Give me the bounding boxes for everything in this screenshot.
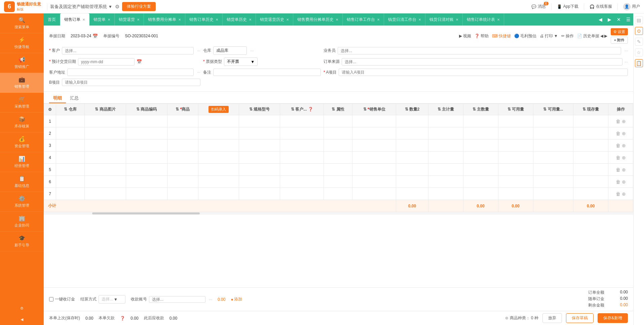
tab-close-sales-fee-split[interactable]: ✕: [178, 18, 181, 22]
receipt-account-input[interactable]: [149, 296, 205, 303]
cell-4-8[interactable]: [352, 152, 396, 164]
cell-3-0[interactable]: [56, 139, 85, 152]
attach-btn[interactable]: + 附件: [611, 37, 628, 44]
right-tool-4[interactable]: ☆: [635, 48, 643, 56]
cell-2-3[interactable]: [167, 127, 198, 139]
print-btn[interactable]: 🖨 打印 ▼: [540, 33, 558, 39]
order-source-dots[interactable]: ···: [624, 59, 628, 64]
cell-5-0[interactable]: [56, 164, 85, 176]
cell-2-7[interactable]: [324, 127, 352, 139]
right-tool-1[interactable]: ▤: [635, 16, 643, 24]
scroll-bar[interactable]: [44, 212, 633, 215]
tab-detail[interactable]: 明细: [49, 94, 66, 103]
quick-pay-label[interactable]: 一键收订金: [49, 296, 75, 302]
cell-4-3[interactable]: [167, 152, 198, 164]
cell-4-12[interactable]: [498, 152, 533, 164]
sidebar-item-sales[interactable]: 💼销售管理: [0, 73, 44, 93]
right-tool-2[interactable]: ⊙: [635, 27, 643, 35]
cell-2-10[interactable]: [428, 127, 463, 139]
cell-7-3[interactable]: [167, 188, 198, 200]
cell-7-2[interactable]: [126, 188, 167, 200]
customer-input[interactable]: [62, 47, 194, 54]
cell-4-5[interactable]: [239, 152, 280, 164]
cell-7-14[interactable]: [573, 188, 608, 200]
cell-6-5[interactable]: [239, 176, 280, 188]
col-scan-header[interactable]: 扫码录入: [198, 104, 239, 115]
cell-2-5[interactable]: [239, 127, 280, 139]
cell-7-8[interactable]: [352, 188, 396, 200]
cell-4-0[interactable]: [56, 152, 85, 164]
cell-2-6[interactable]: [280, 127, 324, 139]
cell-7-13[interactable]: [533, 188, 573, 200]
row-delete-6[interactable]: 🗑: [616, 179, 620, 185]
cell-5-3[interactable]: [167, 164, 198, 176]
cell-1-1[interactable]: [85, 115, 126, 127]
cell-4-13[interactable]: [533, 152, 573, 164]
tab-sales-order[interactable]: 销售订单✕: [60, 13, 89, 26]
cell-2-0[interactable]: [56, 127, 85, 139]
cell-7-6[interactable]: [280, 188, 324, 200]
project-a-input[interactable]: [339, 69, 628, 76]
row-delete-1[interactable]: 🗑: [616, 119, 620, 124]
cell-5-13[interactable]: [533, 164, 573, 176]
cell-5-11[interactable]: [463, 164, 498, 176]
row-copy-2[interactable]: ⊕: [622, 131, 626, 136]
tab-next-btn[interactable]: ▶: [605, 13, 614, 26]
tab-home[interactable]: 首页: [44, 13, 60, 26]
delivery-calendar-icon[interactable]: 📅: [137, 59, 142, 64]
receipt-dots[interactable]: ···: [209, 297, 212, 302]
cell-6-4[interactable]: [198, 176, 239, 188]
address-dots[interactable]: ···: [197, 70, 200, 75]
order-source-input[interactable]: [342, 58, 622, 66]
delivery-date-input[interactable]: [78, 58, 135, 66]
tab-sales-fee-split[interactable]: 销售费用分摊单✕: [144, 13, 185, 26]
warehouse-dots[interactable]: ···: [250, 48, 254, 53]
cell-5-6[interactable]: [280, 164, 324, 176]
sidebar-item-finance[interactable]: 💰资金管理: [0, 132, 44, 152]
cell-2-1[interactable]: [85, 127, 126, 139]
trial-btn[interactable]: 体验行业方案: [122, 2, 156, 11]
cell-4-9[interactable]: [396, 152, 428, 164]
cell-1-12[interactable]: [498, 115, 533, 127]
tab-close-sales-refund-history[interactable]: ✕: [286, 18, 289, 22]
row-copy-7[interactable]: ⊕: [622, 191, 626, 197]
cell-1-13[interactable]: [533, 115, 573, 127]
cell-6-11[interactable]: [463, 176, 498, 188]
cell-5-2[interactable]: [126, 164, 167, 176]
tab-close-cash-daily-reconcile[interactable]: ✕: [456, 18, 458, 22]
row-copy-1[interactable]: ⊕: [622, 119, 626, 124]
sidebar-item-baseinfo[interactable]: 📋基础信息: [0, 172, 44, 192]
tab-close-all-btn[interactable]: ✕: [614, 13, 623, 26]
remark-input[interactable]: [213, 69, 321, 76]
tab-close-sales-order[interactable]: ✕: [82, 18, 85, 22]
tab-close-sales-order-workbench[interactable]: ✕: [377, 18, 380, 22]
cell-6-14[interactable]: [573, 176, 608, 188]
right-tool-3[interactable]: ✎: [635, 38, 643, 46]
history-btn[interactable]: 📄 历史单据 ◀▶: [577, 33, 607, 39]
settings-icon[interactable]: ⚙: [115, 4, 119, 10]
tab-close-sales-return-history[interactable]: ✕: [249, 18, 252, 22]
cell-3-9[interactable]: [396, 139, 428, 152]
tab-close-sales-return[interactable]: ✕: [108, 18, 110, 22]
sidebar-item-inventory[interactable]: 📦库存核算: [0, 113, 44, 132]
cell-1-2[interactable]: [126, 115, 167, 127]
discard-btn[interactable]: 放弃: [542, 313, 562, 323]
cell-6-9[interactable]: [396, 176, 428, 188]
sidebar-item-purchase[interactable]: 🛒采购管理: [0, 93, 44, 113]
cell-2-4[interactable]: [198, 127, 239, 139]
invoice-type-select[interactable]: 不开票 ▼: [224, 57, 258, 66]
cell-7-12[interactable]: [498, 188, 533, 200]
cell-1-5[interactable]: [239, 115, 280, 127]
cell-2-14[interactable]: [573, 127, 608, 139]
cell-4-2[interactable]: [126, 152, 167, 164]
customer-address-input[interactable]: [67, 69, 194, 76]
cell-3-7[interactable]: [324, 139, 352, 152]
cell-4-10[interactable]: [428, 152, 463, 164]
user-item[interactable]: 👤 用户: [623, 3, 640, 10]
cell-3-10[interactable]: [428, 139, 463, 152]
cell-3-8[interactable]: [352, 139, 396, 152]
save-new-btn[interactable]: 保存&新增: [598, 313, 628, 323]
row-delete-2[interactable]: 🗑: [616, 131, 620, 136]
cell-4-14[interactable]: [573, 152, 608, 164]
tab-prev-btn[interactable]: ◀: [596, 13, 605, 26]
